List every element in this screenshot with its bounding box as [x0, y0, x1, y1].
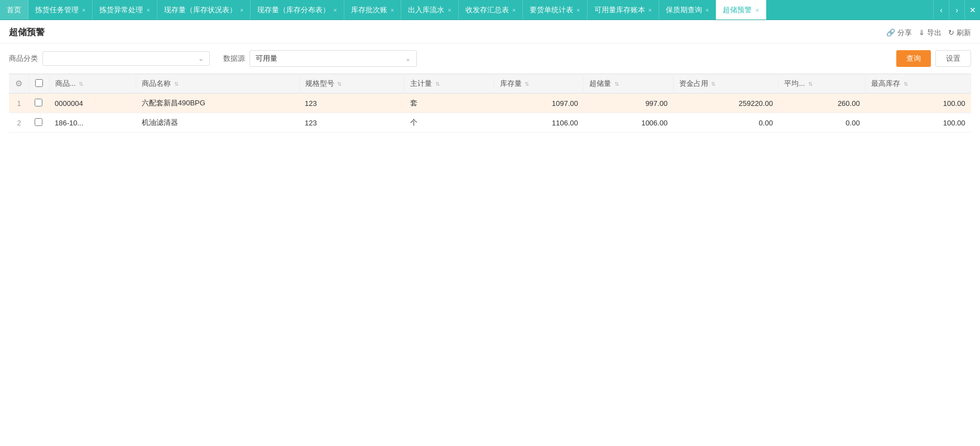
- select-all-checkbox[interactable]: [35, 79, 43, 87]
- nav-item-close-stock-status[interactable]: ×: [240, 7, 243, 13]
- category-select[interactable]: ⌄: [42, 51, 210, 66]
- nav-arrow-left[interactable]: ‹: [933, 0, 949, 20]
- nav-item-order-stat[interactable]: 要货单统计表×: [523, 0, 587, 20]
- sort-icon-product-name: ⇅: [174, 81, 179, 87]
- nav-item-close-overstock[interactable]: ×: [755, 7, 758, 13]
- sort-icon-overstock-qty: ⇅: [614, 81, 619, 87]
- col-stock-qty[interactable]: 库存量 ⇅: [494, 74, 583, 94]
- data-table: ⚙ 商品... ⇅ 商品名称 ⇅ 规格型号 ⇅ 主计量: [9, 74, 971, 133]
- row-spec-cell: 123: [299, 113, 405, 133]
- refresh-button[interactable]: ↻ 刷新: [948, 28, 971, 38]
- nav-item-stock-dist[interactable]: 现存量（库存分布表）×: [251, 0, 344, 20]
- nav-item-inout-flow[interactable]: 出入库流水×: [401, 0, 458, 20]
- row-overstock-qty-cell: 997.00: [584, 94, 673, 113]
- share-button[interactable]: 🔗 分享: [886, 28, 912, 38]
- nav-arrow-close[interactable]: ✕: [964, 0, 980, 20]
- nav-item-label-stock-status: 现存量（库存状况表）: [164, 5, 237, 15]
- nav-item-exception[interactable]: 拣货异常处理×: [93, 0, 157, 20]
- row-capital-cell: 259220.00: [673, 94, 779, 113]
- nav-item-close-stock-dist[interactable]: ×: [333, 7, 337, 13]
- sort-icon-capital: ⇅: [711, 81, 715, 87]
- nav-item-label-inout-flow: 出入库流水: [408, 5, 444, 15]
- nav-item-overstock[interactable]: 超储预警×: [716, 0, 766, 20]
- row-num-cell: 1: [9, 94, 29, 113]
- sort-icon-spec: ⇅: [337, 81, 342, 87]
- row-overstock-qty-cell-value: 1006.00: [641, 119, 667, 127]
- row-product-code-cell-value: 0000004: [55, 99, 83, 108]
- table-container: ⚙ 商品... ⇅ 商品名称 ⇅ 规格型号 ⇅ 主计量: [0, 74, 980, 133]
- row-stock-qty-cell: 1106.00: [494, 113, 583, 133]
- nav-item-batch-ledger[interactable]: 库存批次账×: [344, 0, 401, 20]
- nav-item-label-stock-dist: 现存量（库存分布表）: [257, 5, 330, 15]
- row-spec-cell-value: 123: [305, 99, 317, 108]
- row-max-stock-cell: 100.00: [866, 94, 971, 113]
- page-header: 超储预警 🔗 分享 ⇓ 导出 ↻ 刷新: [0, 20, 980, 43]
- row-product-code-cell: 0000004: [49, 94, 136, 113]
- row-unit-cell: 个: [405, 113, 494, 133]
- col-unit[interactable]: 主计量 ⇅: [405, 74, 494, 94]
- nav-item-close-batch-ledger[interactable]: ×: [391, 7, 394, 13]
- col-avg[interactable]: 平均... ⇅: [779, 74, 866, 94]
- nav-item-close-quality[interactable]: ×: [705, 7, 709, 13]
- datasource-select[interactable]: 可用量 ⌄: [249, 50, 417, 67]
- category-arrow-icon: ⌄: [198, 55, 204, 62]
- row-checkbox[interactable]: [35, 99, 42, 106]
- nav-item-avail-ledger[interactable]: 可用量库存账本×: [588, 0, 659, 20]
- filter-buttons: 查询 设置: [896, 50, 971, 67]
- nav-item-close-avail-ledger[interactable]: ×: [648, 7, 652, 13]
- nav-item-close-collect[interactable]: ×: [512, 7, 516, 13]
- row-overstock-qty-cell-value: 997.00: [645, 99, 667, 108]
- col-product-code[interactable]: 商品... ⇅: [49, 74, 136, 94]
- table-row: 10000004六配套新昌490BPG123套1097.00997.002592…: [9, 94, 971, 113]
- col-capital[interactable]: 资金占用 ⇅: [673, 74, 779, 94]
- col-avg-label: 平均...: [784, 79, 805, 88]
- settings-button[interactable]: 设置: [935, 50, 971, 67]
- datasource-filter: 数据源 可用量 ⌄: [223, 50, 417, 67]
- col-overstock-qty[interactable]: 超储量 ⇅: [584, 74, 673, 94]
- row-product-code-cell-value: 186-10...: [55, 119, 83, 127]
- query-button[interactable]: 查询: [896, 50, 931, 67]
- col-unit-label: 主计量: [410, 79, 432, 88]
- nav-item-label-quality: 保质期查询: [666, 5, 702, 15]
- sort-icon-unit: ⇅: [435, 81, 440, 87]
- export-label: 导出: [927, 28, 941, 38]
- col-product-code-label: 商品...: [55, 79, 76, 88]
- nav-item-home[interactable]: 首页: [0, 0, 28, 20]
- row-unit-cell: 套: [405, 94, 494, 113]
- nav-item-close-exception[interactable]: ×: [146, 7, 150, 13]
- page-title: 超储预警: [9, 27, 45, 38]
- nav-item-label-task-mgmt: 拣货任务管理: [35, 5, 79, 15]
- nav-item-close-inout-flow[interactable]: ×: [448, 7, 451, 13]
- nav-item-close-task-mgmt[interactable]: ×: [82, 7, 85, 13]
- row-capital-cell-value: 259220.00: [738, 99, 772, 108]
- row-stock-qty-cell: 1097.00: [494, 94, 583, 113]
- nav-item-quality[interactable]: 保质期查询×: [659, 0, 716, 20]
- nav-item-close-order-stat[interactable]: ×: [577, 7, 580, 13]
- col-max-stock[interactable]: 最高库存 ⇅: [866, 74, 971, 94]
- row-checkbox-cell: [29, 94, 49, 113]
- col-product-name[interactable]: 商品名称 ⇅: [136, 74, 299, 94]
- row-checkbox-cell: [29, 113, 49, 133]
- nav-item-task-mgmt[interactable]: 拣货任务管理×: [28, 0, 93, 20]
- col-gear: ⚙: [9, 74, 29, 94]
- col-stock-qty-label: 库存量: [500, 79, 522, 88]
- export-button[interactable]: ⇓ 导出: [919, 28, 941, 38]
- nav-item-label-avail-ledger: 可用量库存账本: [594, 5, 645, 15]
- row-capital-cell-value: 0.00: [759, 119, 773, 127]
- row-avg-cell-value: 0.00: [846, 119, 859, 127]
- col-spec[interactable]: 规格型号 ⇅: [299, 74, 405, 94]
- row-spec-cell-value: 123: [305, 119, 317, 127]
- filter-area: 商品分类 ⌄ 数据源 可用量 ⌄ 查询 设置: [0, 43, 980, 74]
- nav-item-collect[interactable]: 收发存汇总表×: [459, 0, 523, 20]
- nav-item-label-overstock: 超储预警: [723, 5, 752, 15]
- gear-settings-icon[interactable]: ⚙: [15, 79, 22, 88]
- nav-item-stock-status[interactable]: 现存量（库存状况表）×: [157, 0, 251, 20]
- row-checkbox[interactable]: [35, 118, 42, 126]
- col-checkbox: [29, 74, 49, 94]
- sort-icon-max-stock: ⇅: [904, 81, 908, 87]
- table-row: 2186-10...机油滤清器123个1106.001006.000.000.0…: [9, 113, 971, 133]
- row-spec-cell: 123: [299, 94, 405, 113]
- row-avg-cell: 260.00: [779, 94, 866, 113]
- row-max-stock-cell-value: 100.00: [943, 99, 965, 108]
- nav-arrow-right[interactable]: ›: [949, 0, 964, 20]
